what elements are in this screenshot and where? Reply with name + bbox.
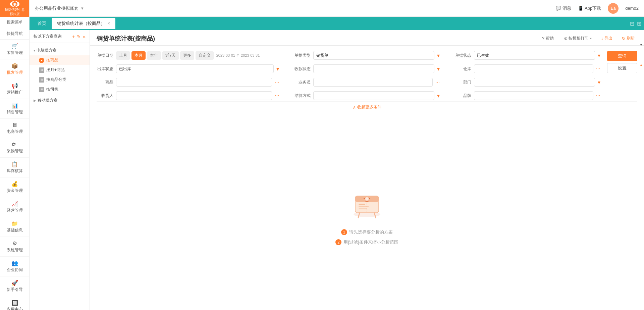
settle-input[interactable] bbox=[313, 91, 434, 100]
refresh-btn[interactable]: ↻ 刷新 bbox=[619, 34, 637, 43]
tree-item-by-driver[interactable]: ⊞ 按司机 bbox=[30, 85, 90, 94]
tree-item-by-goods[interactable]: ● 按商品 bbox=[30, 55, 90, 65]
tree-group-mobile-header[interactable]: ▶ 移动端方案 bbox=[30, 96, 90, 105]
scheme-collapse-icon[interactable]: « bbox=[83, 34, 86, 39]
ecommerce-icon: 🖥 bbox=[12, 122, 17, 128]
svg-rect-9 bbox=[359, 206, 369, 207]
filter-item-date: 单据日期 上月 本月 本年 近7天 更多 自定义 bbox=[97, 51, 280, 60]
tab-maximize-icon[interactable]: ⊞ bbox=[637, 20, 641, 27]
sidebar-item-operations[interactable]: 📈 经营管理 bbox=[0, 197, 29, 217]
stockout-dropdown[interactable]: ▾ bbox=[275, 66, 280, 72]
settle-label: 结算方式 bbox=[294, 93, 311, 99]
warehouse-ellipsis[interactable]: ··· bbox=[595, 66, 602, 72]
brand-input[interactable] bbox=[474, 91, 593, 100]
sidebar-item-appstore[interactable]: 🔲 应用中心 bbox=[0, 296, 29, 310]
sidebar-item-finance[interactable]: 💰 资金管理 bbox=[0, 177, 29, 197]
help-btn[interactable]: ? 帮助 bbox=[539, 34, 556, 43]
tree-group-desktop-header[interactable]: ▾ 电脑端方案 bbox=[30, 46, 90, 55]
filter-item-dept: 部门 ▾ bbox=[454, 78, 602, 87]
tip1-num: 1 bbox=[341, 229, 347, 235]
sidebar-item-purchase[interactable]: 🛍 采购管理 bbox=[0, 138, 29, 158]
receiver-input[interactable] bbox=[116, 91, 272, 100]
brand-ellipsis[interactable]: ··· bbox=[595, 93, 602, 99]
filter-row-1: 单据日期 上月 本月 本年 近7天 更多 自定义 bbox=[97, 51, 602, 60]
svg-point-14 bbox=[369, 198, 370, 199]
dept-input[interactable] bbox=[474, 78, 595, 87]
template-print-btn[interactable]: 🖨 按模板打印 ▾ bbox=[560, 34, 594, 43]
svg-point-7 bbox=[365, 197, 369, 201]
collapse-btn[interactable]: ∧ 收起更多条件 bbox=[97, 101, 637, 111]
sidebar-item-inventory[interactable]: 📋 库存核算 bbox=[0, 158, 29, 177]
user-avatar[interactable]: Ea bbox=[608, 3, 619, 14]
goods-ellipsis[interactable]: ··· bbox=[273, 79, 280, 85]
date-btn-this-month[interactable]: 本月 bbox=[131, 51, 146, 60]
app-name: 畅捷信好生意 bbox=[5, 8, 25, 12]
filter-row-2: 出库状态 ▾ 收款状态 ▾ bbox=[97, 64, 602, 73]
sidebar-item-system[interactable]: ⚙ 系统管理 bbox=[0, 237, 29, 257]
export-btn[interactable]: ↓ 导出 bbox=[598, 34, 615, 43]
tree-item-by-category[interactable]: ⊞ 按商品分类 bbox=[30, 75, 90, 85]
sidebar-item-wholesale[interactable]: 📦 批发管理 ▴ bbox=[0, 59, 29, 79]
sidebar-item-marketing[interactable]: 📢 营销推广 bbox=[0, 79, 29, 99]
sidebar-item-basic-info[interactable]: 📁 基础信息 bbox=[0, 217, 29, 237]
sales-icon: 📊 bbox=[11, 102, 18, 109]
retail-label: 零售管理 bbox=[7, 50, 23, 56]
tab-home[interactable]: 首页 bbox=[32, 18, 52, 29]
scheme-edit-icon[interactable]: ✎ bbox=[77, 34, 81, 39]
tree-item-category-label: 按商品分类 bbox=[46, 77, 66, 83]
date-btn-7days[interactable]: 近7天 bbox=[162, 51, 179, 60]
receiver-ellipsis[interactable]: ··· bbox=[273, 93, 280, 99]
date-btn-more[interactable]: 更多 bbox=[180, 51, 194, 60]
goods-input[interactable] bbox=[116, 78, 272, 87]
retail-icon: 🛒 bbox=[11, 43, 18, 49]
search-menu-item[interactable]: 搜索菜单 bbox=[0, 17, 29, 28]
staff-input[interactable] bbox=[313, 78, 432, 87]
staff-ellipsis[interactable]: ··· bbox=[434, 79, 441, 85]
enterprise-icon: 👥 bbox=[11, 260, 18, 266]
filter-rows-container: 单据日期 上月 本月 本年 近7天 更多 自定义 bbox=[97, 51, 602, 100]
scheme-add-icon[interactable]: + bbox=[72, 34, 75, 39]
sidebar-item-ecommerce[interactable]: 🖥 电商管理 bbox=[0, 119, 29, 138]
tree-group-mobile-arrow: ▶ bbox=[34, 99, 36, 102]
date-btn-last-month[interactable]: 上月 bbox=[116, 51, 130, 60]
quick-nav-item[interactable]: 快捷导航 bbox=[0, 28, 29, 40]
message-action[interactable]: 💬 消息 bbox=[556, 5, 571, 11]
appstore-icon: 🔲 bbox=[11, 300, 18, 306]
operations-icon: 📈 bbox=[11, 201, 18, 207]
date-btn-this-year[interactable]: 本年 bbox=[147, 51, 161, 60]
app-download-action[interactable]: 📱 App下载 bbox=[578, 5, 601, 11]
query-button[interactable]: 查询 bbox=[607, 51, 637, 61]
status-label: 单据状态 bbox=[454, 53, 471, 58]
tree-group-desktop: ▾ 电脑端方案 ● 按商品 ⊞ 按月+商品 ⊞ 按商品分类 bbox=[30, 46, 90, 94]
dept-dropdown[interactable]: ▾ bbox=[596, 79, 602, 86]
receipt-dropdown[interactable]: ▾ bbox=[436, 66, 441, 72]
sidebar-item-guide[interactable]: 🚀 新手引导 bbox=[0, 276, 29, 296]
status-dropdown[interactable]: ▾ bbox=[596, 52, 602, 59]
svg-point-13 bbox=[364, 198, 365, 199]
industry-dropdown-icon[interactable]: ▾ bbox=[81, 6, 84, 11]
main-area: 办公用品行业模拟账套 ▾ 💬 消息 📱 App下载 Ea demo2 首页 销货… bbox=[30, 0, 644, 310]
sidebar-item-enterprise[interactable]: 👥 企业协同 bbox=[0, 257, 29, 276]
stockout-input[interactable] bbox=[116, 64, 274, 73]
filter-item-stockout: 出库状态 ▾ bbox=[97, 64, 280, 73]
tree-item-by-month-goods[interactable]: ⊞ 按月+商品 bbox=[30, 65, 90, 75]
type-ellipsis[interactable]: ▾ bbox=[436, 52, 441, 59]
settle-dropdown[interactable]: ▾ bbox=[436, 93, 441, 99]
type-input[interactable] bbox=[313, 51, 434, 60]
tab-close-icon[interactable]: × bbox=[108, 21, 110, 25]
scheme-panel-actions: + ✎ « bbox=[72, 34, 86, 39]
sidebar-item-sales[interactable]: 📊 销售管理 bbox=[0, 99, 29, 119]
receipt-input[interactable] bbox=[313, 64, 434, 73]
date-btn-custom[interactable]: 自定义 bbox=[196, 51, 214, 60]
tab-minimize-icon[interactable]: ⊟ bbox=[630, 20, 634, 27]
tab-active[interactable]: 销货单统计表（按商品） × bbox=[52, 18, 115, 29]
sidebar-item-retail[interactable]: 🛒 零售管理 ▾ bbox=[0, 40, 29, 59]
staff-control: ··· bbox=[313, 78, 441, 87]
warehouse-input[interactable] bbox=[474, 64, 593, 73]
reset-button[interactable]: 设置 bbox=[607, 63, 637, 73]
tab-bar-actions: ⊟ ⊞ bbox=[630, 20, 641, 27]
status-input[interactable] bbox=[474, 51, 595, 60]
message-icon: 💬 bbox=[556, 6, 561, 11]
scheme-panel-header: 按以下方案查询 + ✎ « bbox=[30, 30, 90, 43]
guide-icon: 🚀 bbox=[11, 280, 18, 286]
